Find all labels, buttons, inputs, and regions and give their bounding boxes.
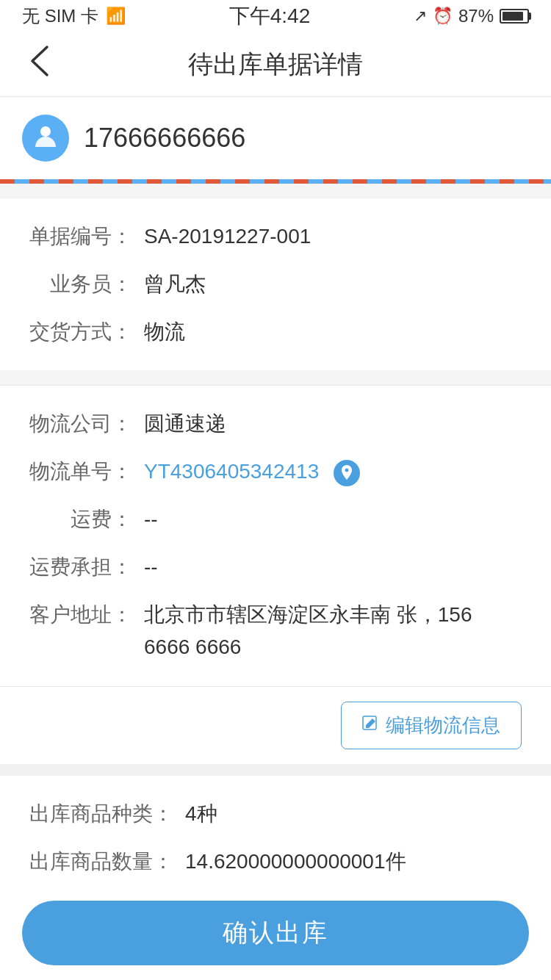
order-no-row: 单据编号： SA-20191227-001 [29,220,522,253]
address-row: 客户地址： 北京市市辖区海淀区永丰南 张，156 6666 6666 [29,599,522,665]
edit-logistics-button[interactable]: 编辑物流信息 [341,702,522,749]
order-info-section: 单据编号： SA-20191227-001 业务员： 曾凡杰 交货方式： 物流 [0,198,551,370]
page-title: 待出库单据详情 [188,48,363,82]
logistics-company-row: 物流公司： 圆通速递 [29,408,522,441]
goods-quantity-label: 出库商品数量： [29,846,173,879]
alarm-icon: ⏰ [433,7,453,26]
svg-point-0 [40,126,51,137]
location-pin-button[interactable] [334,460,360,486]
goods-types-row: 出库商品种类： 4种 [29,798,522,831]
logistics-company-label: 物流公司： [29,408,132,441]
map-pin-icon [334,460,360,486]
logistics-section: 物流公司： 圆通速递 物流单号： YT4306405342413 运费： -- [0,385,551,687]
location-arrow-icon: ↗ [414,7,427,26]
goods-types-label: 出库商品种类： [29,798,173,831]
logistics-company-value: 圆通速递 [144,408,522,441]
battery-label: 87% [458,6,494,26]
goods-types-value: 4种 [185,798,522,831]
delivery-value: 物流 [144,316,522,349]
edit-btn-row: 编辑物流信息 [0,687,551,764]
carrier-label: 无 SIM 卡 [22,4,98,28]
order-no-label: 单据编号： [29,220,132,253]
battery-indicator [500,9,529,24]
battery-tip [529,12,531,20]
customer-phone: 17666666666 [84,123,245,154]
freight-bearer-label: 运费承担： [29,551,132,584]
salesman-row: 业务员： 曾凡杰 [29,268,522,301]
edit-logistics-label: 编辑物流信息 [386,713,500,738]
address-value: 北京市市辖区海淀区永丰南 张，156 6666 6666 [144,599,522,665]
status-time: 下午4:42 [229,2,311,30]
freight-bearer-row: 运费承担： -- [29,551,522,584]
nav-bar: 待出库单据详情 [0,32,551,97]
status-bar: 无 SIM 卡 📶 下午4:42 ↗ ⏰ 87% [0,0,551,32]
goods-quantity-row: 出库商品数量： 14.620000000000001件 [29,846,522,879]
confirm-btn-container: 确认出库 [0,886,551,980]
status-left: 无 SIM 卡 📶 [22,4,126,28]
salesman-label: 业务员： [29,268,132,301]
tracking-value: YT4306405342413 [144,455,522,489]
person-icon [32,122,59,155]
edit-icon [362,716,378,736]
freight-bearer-value: -- [144,551,522,584]
confirm-outbound-button[interactable]: 确认出库 [22,901,529,965]
customer-header: 17666666666 [0,97,551,179]
wifi-icon: 📶 [106,7,126,26]
freight-row: 运费： -- [29,503,522,536]
salesman-value: 曾凡杰 [144,268,522,301]
status-right: ↗ ⏰ 87% [414,6,529,26]
dashed-separator [0,179,551,184]
avatar [22,115,69,162]
delivery-label: 交货方式： [29,316,132,349]
tracking-row: 物流单号： YT4306405342413 [29,455,522,489]
goods-section: 出库商品种类： 4种 出库商品数量： 14.620000000000001件 [0,776,551,901]
freight-label: 运费： [29,503,132,536]
delivery-row: 交货方式： 物流 [29,316,522,349]
section-divider [0,764,551,776]
tracking-label: 物流单号： [29,455,132,489]
goods-quantity-value: 14.620000000000001件 [185,846,522,879]
freight-value: -- [144,503,522,536]
address-label: 客户地址： [29,599,132,632]
order-no-value: SA-20191227-001 [144,220,522,253]
battery-fill [503,12,523,21]
back-button[interactable] [22,37,57,92]
